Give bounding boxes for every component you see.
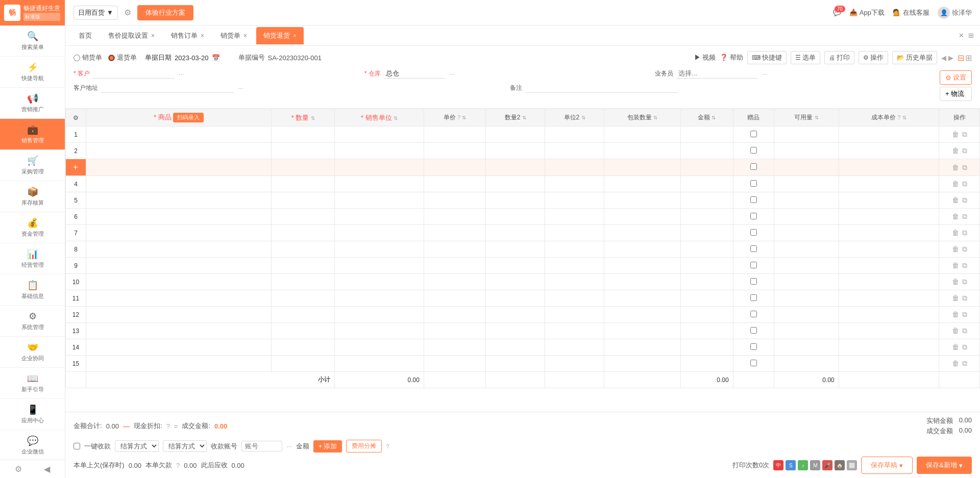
sales-unit-cell[interactable] xyxy=(335,127,424,143)
help-icon[interactable]: ? xyxy=(897,114,900,120)
salesperson-input[interactable] xyxy=(676,68,758,79)
copy-icon[interactable]: ⧉ xyxy=(962,196,967,205)
delete-icon[interactable]: 🗑 xyxy=(952,245,959,254)
delete-icon[interactable]: 🗑 xyxy=(952,261,959,270)
gift-checkbox[interactable] xyxy=(750,196,757,203)
sort-icon[interactable]: ⇅ xyxy=(311,115,315,121)
tab-close-icon[interactable]: × xyxy=(201,32,204,39)
gift-cell[interactable] xyxy=(733,143,774,159)
calc-method-select[interactable]: 结算方式 xyxy=(163,440,207,452)
available-cell[interactable] xyxy=(774,127,839,143)
settings-btn[interactable]: ⚙ 设置 xyxy=(940,70,972,85)
history-btn[interactable]: 📂 历史单据 xyxy=(892,51,937,64)
copy-icon[interactable]: ⧉ xyxy=(962,310,967,319)
product-cell-active[interactable] xyxy=(86,159,272,176)
next-icon[interactable]: ▶ xyxy=(948,54,953,62)
unit2-cell[interactable] xyxy=(545,143,604,159)
radio-return[interactable]: 退货单 xyxy=(108,53,137,62)
sidebar-item-shortcut[interactable]: ⚡ 快捷导航 xyxy=(0,57,65,88)
status-icon-3[interactable]: ♪ xyxy=(798,460,808,470)
gift-checkbox[interactable] xyxy=(750,180,757,187)
copy-icon[interactable]: ⧉ xyxy=(962,261,967,270)
one-click-payment-checkbox[interactable] xyxy=(74,443,80,449)
header-gear-icon[interactable]: ⚙ xyxy=(124,8,131,17)
quantity2-cell[interactable] xyxy=(486,127,545,143)
quantity2-cell[interactable] xyxy=(486,143,545,159)
save-draft-btn[interactable]: 保存草稿 ▾ xyxy=(861,457,913,474)
account-input[interactable] xyxy=(241,441,282,451)
gift-cell[interactable] xyxy=(733,159,774,176)
unit-price-cell[interactable] xyxy=(424,159,485,176)
save-new-btn[interactable]: 保存&新增 ▾ xyxy=(917,457,972,474)
cost-price-cell[interactable] xyxy=(839,143,939,159)
help-icon[interactable]: ? xyxy=(457,114,460,120)
gift-checkbox[interactable] xyxy=(750,343,757,350)
sidebar-item-apps[interactable]: 📱 应用中心 xyxy=(0,399,65,430)
sales-unit-cell[interactable] xyxy=(335,143,424,159)
radio-sales-input[interactable] xyxy=(74,55,80,61)
help-icon[interactable]: ? xyxy=(166,422,170,430)
status-icon-1[interactable]: 中 xyxy=(773,460,783,470)
status-icon-2[interactable]: S xyxy=(786,460,796,470)
sidebar-item-inventory[interactable]: 📦 库存核算 xyxy=(0,181,65,212)
delete-icon[interactable]: 🗑 xyxy=(952,212,959,221)
copy-icon[interactable]: ⧉ xyxy=(962,212,967,221)
delete-icon[interactable]: 🗑 xyxy=(952,180,959,188)
customer-input[interactable] xyxy=(93,68,175,79)
industry-select[interactable]: 日用百货 ▼ xyxy=(74,6,118,20)
tab-sales-order[interactable]: 销售订单 × xyxy=(164,27,211,44)
sidebar-item-finance[interactable]: 💰 资金管理 xyxy=(0,212,65,243)
status-icon-4[interactable]: M xyxy=(810,460,820,470)
quantity-cell[interactable] xyxy=(272,159,335,176)
sidebar-item-marketing[interactable]: 📢 营销推广 xyxy=(0,88,65,119)
cost-price-cell[interactable] xyxy=(839,159,939,176)
gift-checkbox[interactable] xyxy=(750,229,757,236)
remark-input[interactable] xyxy=(525,83,678,93)
available-cell[interactable] xyxy=(774,143,839,159)
gift-checkbox[interactable] xyxy=(750,163,757,170)
warehouse-input[interactable] xyxy=(384,68,445,79)
sort-icon[interactable]: ⇅ xyxy=(712,115,716,120)
this-bill-debit-icon[interactable]: ? xyxy=(176,462,180,469)
delete-icon[interactable]: 🗑 xyxy=(952,326,959,335)
salesperson-dots[interactable]: ··· xyxy=(762,70,768,78)
delete-icon[interactable]: 🗑 xyxy=(952,196,959,205)
sidebar-item-system[interactable]: ⚙ 系统管理 xyxy=(0,306,65,337)
tab-home[interactable]: 首页 xyxy=(71,27,99,44)
th-gear[interactable]: ⚙ xyxy=(66,109,86,127)
tab-close-icon[interactable]: × xyxy=(151,32,155,39)
gift-checkbox[interactable] xyxy=(750,278,757,285)
sidebar-item-wechat[interactable]: 💬 企业微信 xyxy=(0,430,65,460)
delete-icon[interactable]: 🗑 xyxy=(952,359,959,368)
amount-cell[interactable] xyxy=(680,127,733,143)
message-badge-wrap[interactable]: 💬 70 xyxy=(833,9,841,16)
collapse-icon[interactable]: ◀ xyxy=(44,464,50,474)
quantity-cell[interactable] xyxy=(272,143,335,159)
sort-icon[interactable]: ⇅ xyxy=(394,115,398,121)
copy-icon[interactable]: ⧉ xyxy=(962,146,967,155)
copy-icon[interactable]: ⧉ xyxy=(962,278,967,286)
copy-icon[interactable]: ⧉ xyxy=(962,229,967,237)
product-cell[interactable] xyxy=(86,127,272,143)
barcode-btn[interactable]: 扫码录入 xyxy=(173,113,204,122)
fee-help-icon[interactable]: ? xyxy=(386,443,389,449)
copy-icon[interactable]: ⧉ xyxy=(962,163,967,172)
tab-sales[interactable]: 销货单 × xyxy=(213,27,254,44)
operate-btn[interactable]: ⚙ 操作 xyxy=(859,51,888,64)
pack-qty-cell[interactable] xyxy=(604,159,680,176)
delete-icon[interactable]: 🗑 xyxy=(952,343,959,351)
status-icon-5[interactable]: 🎤 xyxy=(822,460,832,470)
sidebar-item-operation[interactable]: 📊 经营管理 xyxy=(0,243,65,274)
product-input-active[interactable] xyxy=(90,164,267,171)
view-grid-icon[interactable]: ⊟ xyxy=(958,53,964,63)
amount-cell[interactable] xyxy=(680,143,733,159)
sidebar-item-search[interactable]: 🔍 搜索菜单 xyxy=(0,26,65,57)
gift-checkbox[interactable] xyxy=(750,360,757,366)
cost-price-cell[interactable] xyxy=(839,127,939,143)
available-cell[interactable] xyxy=(774,159,839,176)
radio-sales[interactable]: 销货单 xyxy=(74,53,102,62)
copy-icon[interactable]: ⧉ xyxy=(962,180,967,188)
dots-account[interactable]: ··· xyxy=(286,442,292,450)
product-cell[interactable] xyxy=(86,143,272,159)
help-btn[interactable]: ❓ 帮助 xyxy=(720,53,743,62)
